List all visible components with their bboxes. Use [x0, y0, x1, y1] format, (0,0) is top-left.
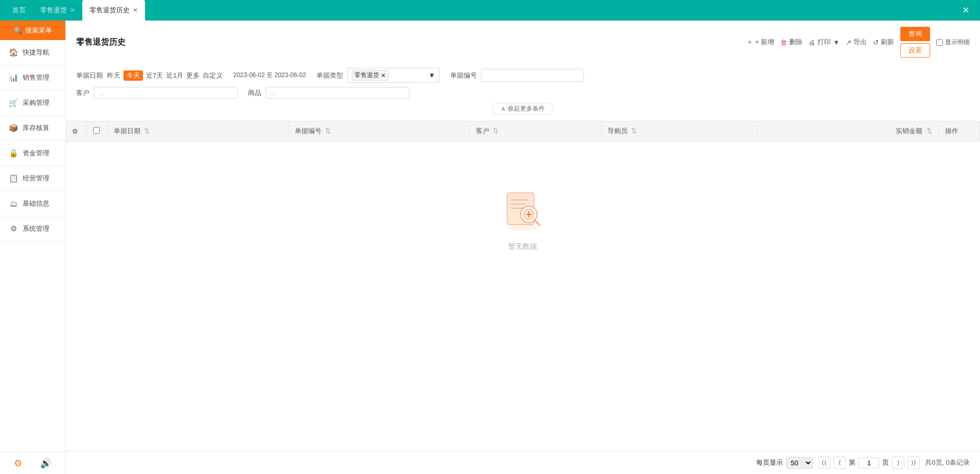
customer-select[interactable]: ... [94, 87, 238, 99]
export-icon: ↗ [846, 39, 851, 46]
bill-no-filter: 单据编号 [450, 69, 584, 82]
table-body: 暂无数据 [66, 141, 980, 293]
refresh-icon: ↺ [873, 39, 879, 46]
shortcut-last7[interactable]: 近7天 [146, 71, 163, 80]
sidebar: 🔍 搜索菜单 🏠 快捷导航 📊 销售管理 🛒 采购管理 📦 库存核算 🔒 [0, 21, 66, 474]
operations-icon: 📋 [8, 173, 19, 184]
close-tab-retail-return[interactable]: ✕ [70, 7, 75, 14]
shortcut-yesterday[interactable]: 昨天 [107, 71, 120, 80]
sort-guide-icon: ⇅ [631, 127, 637, 135]
collapse-bar: ∧ 收起更多条件 [76, 103, 970, 115]
audio-icon[interactable]: 🔊 [40, 458, 51, 469]
search-menu[interactable]: 🔍 搜索菜单 [0, 21, 65, 40]
content-area: 零售退货历史 ＋ + 新增 🗑 删除 🖨 打印 ▼ [66, 21, 980, 474]
shortcut-more[interactable]: 更多 [186, 71, 200, 80]
collapse-button[interactable]: ∧ 收起更多条件 [492, 103, 554, 115]
sidebar-item-finance[interactable]: 🔒 资金管理 [0, 141, 65, 166]
show-detail-checkbox-label[interactable]: 显示明细 [936, 38, 970, 47]
tab-retail-return-history[interactable]: 零售退货历史 ✕ [82, 0, 145, 21]
bill-type-select[interactable]: 零售退货 ✕ ▼ [347, 68, 440, 83]
sales-icon: 📊 [8, 72, 19, 83]
shortcut-custom[interactable]: 自定义 [203, 71, 223, 80]
sidebar-nav: 🏠 快捷导航 📊 销售管理 🛒 采购管理 📦 库存核算 🔒 资金管理 📋 [0, 40, 65, 452]
setting-button[interactable]: 设置 [900, 43, 930, 58]
shortcut-today[interactable]: 今天 [123, 70, 143, 81]
page-first-button[interactable]: ⟨⟨ [818, 457, 830, 469]
sidebar-item-system-mgmt[interactable]: ⚙ 系统管理 [0, 216, 65, 242]
show-detail-checkbox[interactable] [936, 39, 943, 46]
page-prev-button[interactable]: ⟨ [833, 457, 846, 469]
sidebar-item-purchase-mgmt[interactable]: 🛒 采购管理 [0, 90, 65, 116]
delete-icon: 🗑 [780, 39, 787, 46]
page-total: 共0页, 0条记录 [925, 458, 970, 467]
search-icon: 🔍 [14, 27, 22, 34]
goods-select[interactable]: ... [265, 87, 409, 99]
pagination-bar: 每页显示 10 20 50 100 ⟨⟨ ⟨ 第 1 页 ⟩ ⟩⟩ 共0页, 0… [66, 451, 980, 474]
toolbar: ＋ + 新增 🗑 删除 🖨 打印 ▼ ↗ 导出 [746, 27, 970, 58]
inventory-icon: 📦 [8, 123, 19, 133]
page-last-button[interactable]: ⟩⟩ [907, 457, 920, 469]
sort-bill-date-icon: ⇅ [144, 127, 150, 135]
new-icon: ＋ [746, 38, 753, 47]
customer-filter: 客户 ... [76, 87, 238, 99]
tag-close-icon[interactable]: ✕ [381, 72, 386, 79]
th-setting[interactable]: ⚙ [66, 121, 86, 141]
refresh-button[interactable]: ↺ 刷新 [873, 38, 894, 47]
basic-info-icon: 🗂 [8, 198, 19, 209]
sidebar-item-basic-info[interactable]: 🗂 基础信息 [0, 191, 65, 216]
sidebar-item-quick-nav[interactable]: 🏠 快捷导航 [0, 40, 65, 65]
close-tab-retail-return-history[interactable]: ✕ [133, 7, 138, 14]
date-filter: 单据日期 昨天 今天 近7天 近1月 更多 自定义 [76, 70, 223, 81]
th-bill-no[interactable]: 单据编号 ⇅ [288, 121, 469, 141]
query-button[interactable]: 查询 [900, 27, 930, 41]
sort-amount-icon: ⇅ [926, 127, 932, 135]
page-number-input[interactable]: 1 [859, 458, 879, 468]
sidebar-item-inventory[interactable]: 📦 库存核算 [0, 116, 65, 141]
bill-no-input[interactable] [481, 69, 584, 82]
dropdown-icon: ▼ [429, 71, 435, 79]
sidebar-item-operations[interactable]: 📋 经营管理 [0, 166, 65, 191]
finance-icon: 🔒 [8, 148, 19, 158]
settings-bottom-icon[interactable]: ⚙ [14, 458, 22, 469]
page-header: 零售退货历史 ＋ + 新增 🗑 删除 🖨 打印 ▼ [66, 21, 980, 121]
column-setting-icon[interactable]: ⚙ [72, 127, 78, 135]
sort-customer-icon: ⇅ [493, 127, 498, 135]
new-button[interactable]: ＋ + 新增 [746, 38, 774, 47]
per-page-select[interactable]: 10 20 50 100 [786, 457, 813, 469]
sidebar-item-sales-mgmt[interactable]: 📊 销售管理 [0, 65, 65, 90]
customer-dots: ... [98, 89, 104, 97]
per-page-control: 每页显示 10 20 50 100 [756, 457, 813, 469]
sort-bill-no-icon: ⇅ [325, 127, 331, 135]
empty-text: 暂无数据 [508, 242, 537, 251]
table-container: ⚙ 单据日期 ⇅ 单据编号 ⇅ [66, 121, 980, 451]
shortcut-last1m[interactable]: 近1月 [166, 71, 183, 80]
home-icon: 🏠 [8, 47, 19, 58]
empty-state-cell: 暂无数据 [66, 141, 980, 293]
page-nav: ⟨⟨ ⟨ 第 1 页 ⟩ ⟩⟩ [818, 457, 920, 469]
svg-line-9 [534, 220, 540, 225]
select-all-checkbox[interactable] [93, 127, 100, 134]
th-amount[interactable]: 实销金额 ⇅ [757, 121, 938, 141]
empty-illustration [497, 183, 548, 234]
page-next-button[interactable]: ⟩ [892, 457, 904, 469]
empty-state-row: 暂无数据 [66, 141, 980, 293]
collapse-up-icon: ∧ [501, 105, 506, 113]
th-guide[interactable]: 导购员 ⇅ [601, 121, 757, 141]
date-shortcuts: 昨天 今天 近7天 近1月 更多 自定义 [107, 70, 223, 81]
page-title: 零售退货历史 [76, 37, 126, 48]
print-button[interactable]: 🖨 打印 ▼ [809, 38, 840, 47]
export-button[interactable]: ↗ 导出 [846, 38, 867, 47]
sidebar-bottom: ⚙ 🔊 [0, 452, 65, 474]
delete-button[interactable]: 🗑 删除 [780, 38, 803, 47]
th-bill-date[interactable]: 单据日期 ⇅ [107, 121, 288, 141]
print-dropdown-icon: ▼ [833, 39, 840, 46]
close-window-button[interactable]: ✕ [957, 5, 975, 16]
tab-retail-return[interactable]: 零售退货 ✕ [33, 0, 82, 21]
tab-bar: 首页 零售退货 ✕ 零售退货历史 ✕ ✕ [0, 0, 980, 21]
bill-type-filter: 单据类型 零售退货 ✕ ▼ [316, 68, 440, 83]
bill-type-tag: 零售退货 ✕ [352, 70, 388, 81]
tab-home[interactable]: 首页 [5, 0, 33, 21]
data-table: ⚙ 单据日期 ⇅ 单据编号 ⇅ [66, 121, 980, 293]
th-customer[interactable]: 客户 ⇅ [469, 121, 601, 141]
th-checkbox[interactable] [86, 121, 107, 141]
